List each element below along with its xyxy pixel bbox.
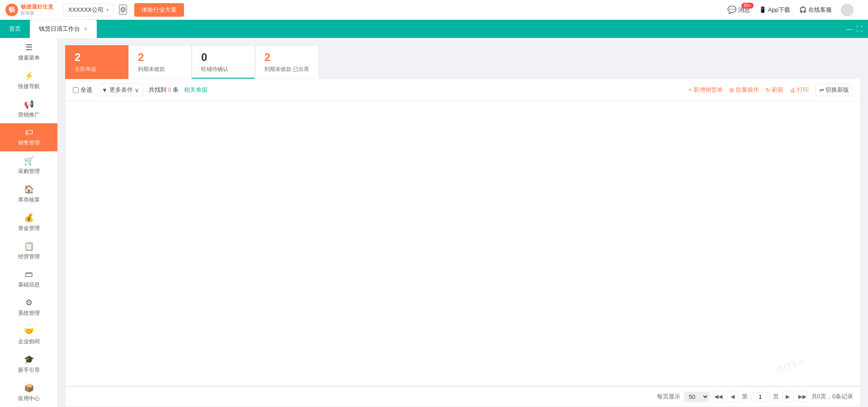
stat-num-wangpu: 0 <box>201 51 245 64</box>
toolbar: 全选 ▼ 更多条件 ∨ 共找到 0 条 相关单据 + 新增销货单 ⊞ 批量操作 <box>65 79 861 101</box>
filter-icon: ▼ <box>102 87 108 94</box>
company-selector[interactable]: XXXXXX公司 ▾ <box>63 4 113 16</box>
table-area <box>65 101 861 386</box>
refresh-icon: ↻ <box>765 87 770 94</box>
sidebar-label-inventory: 库存核算 <box>18 196 40 204</box>
select-all-area[interactable]: 全选 <box>73 86 92 94</box>
stat-num-overdue-out: 2 <box>264 51 309 64</box>
sidebar-item-newguide[interactable]: 🎓 新手引导 <box>0 350 57 379</box>
stat-num-all: 2 <box>75 51 119 64</box>
sidebar-label-marketing: 营销推广 <box>18 111 40 119</box>
page-input[interactable] <box>751 392 769 402</box>
prev-page-btn[interactable]: ◀ <box>727 391 738 402</box>
main-layout: ☰ 搜索菜单 ⚡ 快捷导航 📢 营销推广 🏷 销售管理 🛒 采购管理 🏠 库存核… <box>0 38 868 407</box>
logo-main: 畅捷通好生意 <box>21 4 53 10</box>
app-download-label: App下载 <box>768 6 790 14</box>
switch-label: 切换新版 <box>826 86 849 94</box>
maximize-icon[interactable]: ⛶ <box>856 25 863 33</box>
sidebar-item-enterprise[interactable]: 🤝 企业协同 <box>0 322 57 350</box>
logo-text: 畅捷通好生意 标准版 <box>21 4 53 15</box>
stats-cards: 2 全部单据 2 到期未收款 0 旺铺待确认 2 到期未收款 已出库 <box>58 38 868 79</box>
nav-tabs: 首页 钱货日清工作台 ✕ — ⛶ <box>0 20 868 38</box>
add-btn[interactable]: + 新增销货单 <box>689 86 723 94</box>
settings-button[interactable]: ⚙ <box>119 5 127 15</box>
switch-icon: ⇌ <box>819 87 824 94</box>
close-tab-icon[interactable]: ✕ <box>84 26 88 32</box>
filter-label: 更多条件 <box>109 86 133 94</box>
chevron-down-icon: ▾ <box>106 7 108 12</box>
per-page-select[interactable]: 50 100 200 <box>684 392 709 402</box>
sidebar-item-system[interactable]: ⚙ 系统管理 <box>0 293 57 322</box>
batch-icon: ⊞ <box>729 87 734 94</box>
bell-icon: 💬 <box>727 5 736 14</box>
sidebar-item-appcenter[interactable]: 📦 应用中心 <box>0 379 57 407</box>
tab-qianhuo[interactable]: 钱货日清工作台 ✕ <box>30 20 97 38</box>
filter-btn[interactable]: ▼ 更多条件 ∨ <box>98 84 143 96</box>
select-all-label: 全选 <box>80 86 92 94</box>
batch-btn[interactable]: ⊞ 批量操作 <box>729 86 759 94</box>
sidebar-item-inventory[interactable]: 🏠 库存核算 <box>0 180 57 208</box>
sidebar-item-search[interactable]: ☰ 搜索菜单 <box>0 38 57 66</box>
stat-card-all[interactable]: 2 全部单据 <box>65 45 128 79</box>
sidebar-label-basics: 基础信息 <box>18 281 40 289</box>
stat-card-overdue[interactable]: 2 到期未收款 <box>128 45 192 79</box>
found-count-num: 0 <box>168 86 171 93</box>
headset-icon: 🎧 <box>799 6 807 13</box>
sidebar-item-finance[interactable]: 💰 资金管理 <box>0 208 57 237</box>
toolbar-right: + 新增销货单 ⊞ 批量操作 ↻ 刷新 🖨 打印 ⇌ 切换新版 <box>689 84 853 96</box>
sidebar-label-operations: 经营管理 <box>18 253 40 261</box>
per-page-label: 每页显示 <box>657 393 680 401</box>
phone-icon: 📱 <box>759 6 766 13</box>
content-area: 2 全部单据 2 到期未收款 0 旺铺待确认 2 到期未收款 已出库 全选 <box>58 38 868 407</box>
notification-area[interactable]: 💬 消息 99+ <box>727 5 750 14</box>
company-name: XXXXXX公司 <box>68 6 104 14</box>
sidebar-item-operations[interactable]: 📋 经营管理 <box>0 237 57 265</box>
sidebar-item-basics[interactable]: 🗃 基础信息 <box>0 265 57 293</box>
refresh-label: 刷新 <box>772 86 783 94</box>
related-btn[interactable]: 相关单据 <box>184 86 208 94</box>
top-header: 畅 畅捷通好生意 标准版 XXXXXX公司 ▾ ⚙ 体验行业方案 💬 消息 99… <box>0 0 868 20</box>
search-icon: ☰ <box>25 42 33 52</box>
select-all-checkbox[interactable] <box>73 87 79 93</box>
header-right: 💬 消息 99+ 📱 App下载 🎧 在线客服 <box>727 4 863 16</box>
tab-indicator-all <box>66 78 128 79</box>
sidebar-item-quicknav[interactable]: ⚡ 快捷导航 <box>0 66 57 95</box>
last-page-btn[interactable]: ▶▶ <box>797 391 808 402</box>
tab-home[interactable]: 首页 <box>0 20 30 38</box>
minimize-icon[interactable]: — <box>846 25 853 33</box>
online-service-label: 在线客服 <box>808 6 832 14</box>
stat-num-overdue: 2 <box>138 51 182 64</box>
sidebar-label-purchase: 采购管理 <box>18 168 40 175</box>
next-page-btn[interactable]: ▶ <box>783 391 793 402</box>
total-info: 共0页，0条记录 <box>811 393 853 401</box>
page-suffix: 页 <box>773 393 779 401</box>
refresh-btn[interactable]: ↻ 刷新 <box>765 86 783 94</box>
grad-icon: 🎓 <box>24 355 34 365</box>
pagination-bar: 每页显示 50 100 200 ◀◀ ◀ 第 页 ▶ ▶▶ 共0页，0条记录 <box>65 386 861 407</box>
print-btn[interactable]: 🖨 打印 <box>790 86 809 94</box>
online-service[interactable]: 🎧 在线客服 <box>799 6 832 14</box>
first-page-btn[interactable]: ◀◀ <box>713 391 724 402</box>
sidebar: ☰ 搜索菜单 ⚡ 快捷导航 📢 营销推广 🏷 销售管理 🛒 采购管理 🏠 库存核… <box>0 38 58 407</box>
sidebar-label-quicknav: 快捷导航 <box>18 83 40 90</box>
stat-card-overdue-out[interactable]: 2 到期未收款 已出库 <box>255 45 319 79</box>
stat-card-wangpu[interactable]: 0 旺铺待确认 <box>192 45 255 79</box>
logo-sub: 标准版 <box>21 10 53 16</box>
money-icon: 💰 <box>24 213 34 223</box>
logo-area: 畅 畅捷通好生意 标准版 <box>5 4 63 16</box>
cart-icon: 🛒 <box>24 156 34 166</box>
tab-indicator-wangpu <box>192 78 255 79</box>
stat-label-overdue: 到期未收款 <box>138 65 182 73</box>
sidebar-item-marketing[interactable]: 📢 营销推广 <box>0 95 57 123</box>
sidebar-item-sales[interactable]: 🏷 销售管理 <box>0 123 57 151</box>
user-avatar[interactable] <box>841 4 854 16</box>
app-download[interactable]: 📱 App下载 <box>759 6 790 14</box>
chevron-icon: ∨ <box>135 87 139 94</box>
sidebar-label-search: 搜索菜单 <box>18 54 40 62</box>
sidebar-label-sales: 销售管理 <box>18 139 40 147</box>
sidebar-label-appcenter: 应用中心 <box>18 395 40 402</box>
experience-btn[interactable]: 体验行业方案 <box>134 3 184 17</box>
switch-btn[interactable]: ⇌ 切换新版 <box>815 84 853 96</box>
sidebar-item-purchase[interactable]: 🛒 采购管理 <box>0 151 57 180</box>
stat-label-overdue-out: 到期未收款 已出库 <box>264 65 309 73</box>
